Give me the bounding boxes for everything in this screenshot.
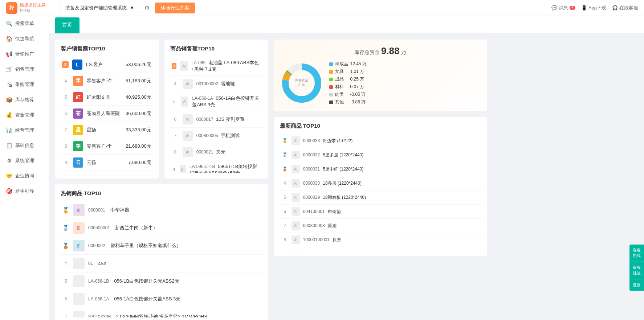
product-name: 原垄 <box>328 223 337 229</box>
list-item: 4 Ai 0000030 18多层 (1220*2440) <box>280 176 482 190</box>
product-img: Ai <box>183 131 193 141</box>
product-code: 10000100001 <box>303 237 330 242</box>
rank-number: 4 <box>62 261 69 266</box>
phone-icon: 📱 <box>581 5 587 11</box>
svg-text:图: 图 <box>77 208 81 212</box>
product-name: 手机测试 <box>221 133 240 138</box>
rank-name: 星扬 <box>87 127 122 133</box>
sidebar-item-operation[interactable]: 📊 经营管理 <box>0 123 49 138</box>
gear-button[interactable]: ⚙ <box>142 3 152 13</box>
table-row: 5 红 红太阳文具 40,925.00元 <box>61 89 153 106</box>
online-service-button[interactable]: 🎧 在线客服 <box>612 5 638 11</box>
storage-unit: 万 <box>401 49 407 55</box>
rank-number: 5 <box>62 95 69 100</box>
list-item: 🏅 Ai 0000033 封边带 (1.0*22) <box>280 134 482 148</box>
rank-avatar: 云 <box>73 157 83 168</box>
message-button[interactable]: 💬 消息 6 <box>551 5 575 11</box>
rank-avatar: L <box>72 60 82 70</box>
sidebar-item-inventory[interactable]: 📦 库存核算 <box>0 92 49 107</box>
sidebar-item-finance[interactable]: 💰 资金管理 <box>0 107 49 123</box>
sidebar-label-marketing: 营销推广 <box>15 51 34 57</box>
sales-icon: 🛒 <box>6 66 12 73</box>
product-code: 0000029 <box>303 195 320 200</box>
legend-item-material: 材料 0.07 万 <box>329 84 372 90</box>
logo-area: 好 畅捷通好生意 标准版 <box>6 2 55 14</box>
product-code: 0000030 <box>303 181 320 186</box>
rank-value: 7,680.00元 <box>128 159 151 166</box>
rank-number: 4 <box>62 78 69 83</box>
sidebar-label-finance: 资金管理 <box>15 112 34 118</box>
content-area: 客户销售额TOP10 3 L LS 客户 53,006.26元 4 <box>49 34 644 320</box>
product-code: 0000017 <box>196 117 213 122</box>
newest-products-list: 🏅 Ai 0000033 封边带 (1.0*22) 🥈 Ai 0000032 5… <box>280 134 482 250</box>
product-code: 0000001 <box>88 208 105 213</box>
legend-item-other: 其他 -3.86 万 <box>329 99 372 105</box>
system-selector[interactable]: 装备及固定资产辅助管理系统 ▼ <box>61 3 139 13</box>
sidebar-item-system[interactable]: ⚙ 系统管理 <box>0 153 49 168</box>
marketing-icon: 📢 <box>6 51 12 57</box>
rank-number: 🏅 <box>281 138 289 143</box>
product-code: 000800005 <box>196 133 218 138</box>
table-row: 10 档 档总 7,563.00元 <box>61 171 153 173</box>
sidebar-label-purchase: 采购管理 <box>15 81 34 88</box>
base-icon: 📋 <box>6 142 12 149</box>
rank-number: 6 <box>172 117 179 122</box>
sidebar-item-base[interactable]: 📋 基础信息 <box>0 138 49 153</box>
legend-item-finished: 成品 0.25 万 <box>329 76 372 82</box>
storage-panel: 库存总资金 9.88 万 <box>274 40 488 111</box>
product-code: 000800008 <box>303 223 325 228</box>
sidebar-item-company[interactable]: 🤝 企业协同 <box>0 168 49 184</box>
list-item: 🏅 图 0000001 中华神器 <box>61 201 262 219</box>
rank-two-col: 客户销售额TOP10 3 L LS 客户 53,006.26元 4 <box>55 40 268 179</box>
svg-text:图: 图 <box>77 226 81 230</box>
table-row: 4 Ai 001000002 雪地靴 <box>170 76 262 92</box>
service-community-button[interactable]: 服务社区 <box>629 262 644 279</box>
legend-value: -3.86 万 <box>350 99 372 105</box>
legend-dot <box>329 100 333 104</box>
rank-number: 6 <box>281 209 289 214</box>
rank-number: 7 <box>62 127 69 132</box>
live-button[interactable]: 直播 <box>629 279 644 291</box>
sidebar-item-guide[interactable]: 🎯 新手引导 <box>0 184 49 199</box>
rank-number: 6 <box>62 111 69 116</box>
product-name: 18多层 (1220*2440) <box>323 180 362 186</box>
rank-number: 6 <box>62 296 69 301</box>
legend-dot <box>329 93 333 97</box>
rank-value: 33,333.00元 <box>126 127 151 133</box>
chart-area: 库存资金 占比 半成品 12.45 万 <box>280 61 482 105</box>
operation-icon: 📊 <box>6 127 12 134</box>
legend-dot <box>329 70 333 74</box>
rank-name: LS 客户 <box>86 61 122 68</box>
sidebar-item-nav[interactable]: 🏠 快捷导航 <box>0 31 49 46</box>
table-row: 3 Ai LA-089 电池盖 LA-089 ABS本色+黑种 7.1克 <box>170 57 262 76</box>
sidebar-label-operation: 经营管理 <box>15 127 34 134</box>
trial-button[interactable]: 体验行业方案 <box>155 3 195 13</box>
headset-icon: 🎧 <box>612 5 618 11</box>
legend-dot <box>329 62 333 66</box>
legend-item-meat: 肉类 -0.05 万 <box>329 91 372 98</box>
rank-number: 9 <box>172 167 176 172</box>
product-img: Ai <box>180 61 188 71</box>
product-img <box>73 293 85 305</box>
chevron-down-icon: ▼ <box>130 5 134 11</box>
top-bar: 好 畅捷通好生意 标准版 装备及固定资产辅助管理系统 ▼ ⚙ 体验行业方案 💬 … <box>0 0 644 16</box>
top-right-area: 💬 消息 6 📱 App下载 🎧 在线客服 <box>551 5 638 11</box>
sidebar-item-sales[interactable]: 🛒 销售管理 <box>0 62 49 77</box>
customer-rank-title: 客户销售额TOP10 <box>61 45 153 52</box>
newest-products-title: 最新商品 TOP10 <box>280 123 482 130</box>
purchase-icon: 🛍 <box>6 81 12 88</box>
medal-icon: 🥈 <box>62 225 69 231</box>
product-name: 2.0X30MM双搓花轴,搓花直径2.1MM/ROHS <box>116 313 261 317</box>
list-item: 6 LA-056-1A 056-1A白色按键开关盖ABS 3壳 <box>61 290 262 308</box>
list-item: 8 Ai 10000100001 原垄 <box>280 233 482 247</box>
sidebar-item-purchase[interactable]: 🛍 采购管理 <box>0 77 49 92</box>
customer-service-button[interactable]: 客服热线 <box>629 245 644 262</box>
sidebar-item-marketing[interactable]: 📢 营销推广 <box>0 46 49 62</box>
app-download-button[interactable]: 📱 App下载 <box>581 5 606 11</box>
tab-home[interactable]: 首页 <box>55 17 80 33</box>
list-item: 🥉 图 0000002 智利车子里（规格不知道填什么） <box>61 237 262 255</box>
sidebar-item-search[interactable]: 🔍 搜索菜单 <box>0 16 49 31</box>
sidebar-label-inventory: 库存核算 <box>15 97 34 103</box>
sidebar-label-search: 搜索菜单 <box>15 20 34 27</box>
product-img: Ai <box>183 147 193 157</box>
